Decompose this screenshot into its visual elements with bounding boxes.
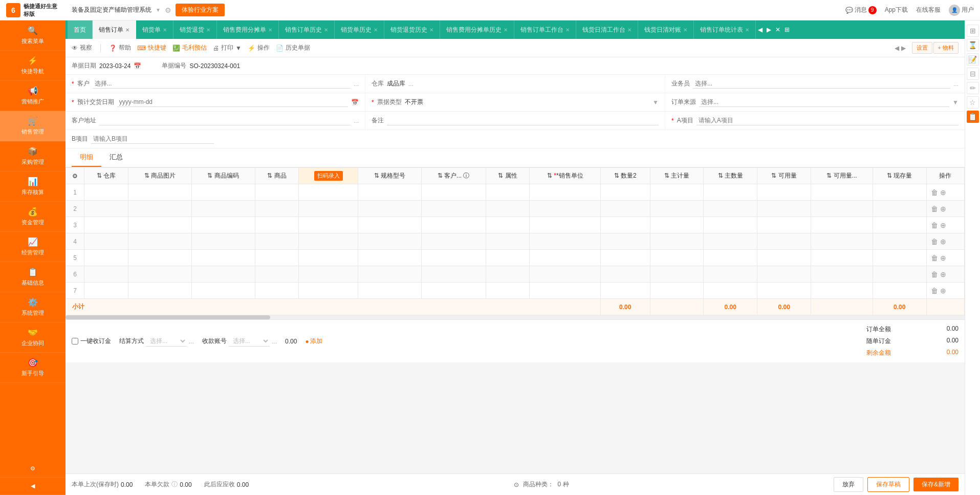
tab-close-icon[interactable]: ✕ (163, 27, 167, 33)
tab-detail[interactable]: 明细 (72, 148, 101, 167)
row-copy-button[interactable]: ⊕ (940, 254, 946, 262)
row-available2[interactable] (811, 184, 873, 201)
invoice-dropdown-icon[interactable]: ▼ (652, 99, 659, 106)
row-attr[interactable] (486, 184, 530, 201)
delivery-date-input[interactable] (117, 97, 348, 107)
col-attr[interactable]: ⇅ 属性 (486, 168, 530, 184)
user-avatar[interactable]: 👤 用户 (949, 5, 974, 16)
tab-close-icon[interactable]: ✕ (745, 27, 749, 33)
col-settings[interactable]: ⚙ (66, 168, 84, 184)
print-dropdown-icon[interactable]: ▼ (235, 45, 242, 52)
warehouse-dots[interactable]: ... (408, 80, 413, 88)
sidebar-item-operations[interactable]: 📈 经营管理 (0, 232, 66, 262)
right-icon-6[interactable]: ☆ (967, 96, 979, 109)
customer-input[interactable] (93, 79, 351, 89)
right-icon-5[interactable]: ✏ (967, 82, 979, 94)
system-dropdown-icon[interactable]: ▼ (156, 7, 161, 13)
history-button[interactable]: 📄 历史单据 (276, 44, 310, 52)
sidebar-item-guide[interactable]: 🎯 新手引导 (0, 353, 66, 383)
payment-method-select[interactable] (146, 336, 187, 347)
right-icon-4[interactable]: ⊟ (967, 68, 979, 80)
right-icon-1[interactable]: ⊞ (967, 25, 979, 37)
row-copy-button[interactable]: ⊕ (940, 238, 946, 246)
next-record-icon[interactable]: ▶ (901, 45, 906, 52)
online-service-button[interactable]: 在线客服 (916, 6, 941, 14)
customer-dots[interactable]: ... (354, 80, 359, 88)
row-delete-button[interactable]: 🗑 (931, 287, 938, 295)
tab-expense-split[interactable]: 销售费用分摊单 ✕ (217, 20, 279, 39)
view-button[interactable]: 👁 视察 (72, 44, 92, 52)
col-main-unit[interactable]: ⇅ 主计量 (650, 168, 704, 184)
row-available[interactable] (757, 184, 811, 201)
tab-sales-order[interactable]: 销售订单 ✕ (93, 20, 136, 39)
profit-button[interactable]: 💹 毛利预估 (172, 44, 207, 52)
tab-sales-order-history[interactable]: 销售订单历史 ✕ (279, 20, 335, 39)
row-main-unit[interactable] (650, 184, 704, 201)
col-product-code[interactable]: ⇅ 商品编码 (191, 168, 255, 184)
sidebar-item-inventory[interactable]: 📊 库存核算 (0, 171, 66, 202)
order-source-dropdown-icon[interactable]: ▼ (952, 99, 959, 106)
settings-icon[interactable]: ⚙ (165, 6, 171, 14)
help-button[interactable]: ❓ 帮助 (109, 44, 131, 52)
col-product-image[interactable]: ⇅ 商品图片 (128, 168, 191, 184)
sidebar-item-collab[interactable]: 🤝 企业协同 (0, 322, 66, 353)
row-copy-button[interactable]: ⊕ (940, 287, 946, 295)
right-icon-7[interactable]: 📋 (967, 111, 979, 123)
tab-close-icon[interactable]: ✕ (429, 27, 433, 33)
b-project-input[interactable] (91, 134, 214, 144)
discard-button[interactable]: 放弃 (834, 477, 863, 492)
horizontal-scrollbar[interactable] (66, 315, 965, 319)
tab-sales-invoice[interactable]: 销货单 ✕ (136, 20, 173, 39)
tab-close-icon[interactable]: ✕ (125, 27, 129, 33)
scan-btn[interactable]: 扫码录入 (314, 171, 343, 181)
tab-close-icon[interactable]: ✕ (206, 27, 210, 33)
shortcut-button[interactable]: ⌨ 快捷键 (137, 44, 166, 52)
row-warehouse[interactable] (84, 184, 128, 201)
settings-button[interactable]: 设置 (912, 42, 932, 54)
tab-maximize-button[interactable]: ⊞ (782, 26, 792, 33)
sidebar-item-marketing[interactable]: 📢 营销推广 (0, 81, 66, 111)
sidebar-item-basic-info[interactable]: 📋 基础信息 (0, 262, 66, 292)
row-copy-button[interactable]: ⊕ (940, 188, 946, 197)
col-customer[interactable]: ⇅ 客户... ⓘ (421, 168, 486, 184)
col-spec[interactable]: ⇅ 规格型号 (358, 168, 421, 184)
row-qty2[interactable] (601, 184, 650, 201)
row-delete-button[interactable]: 🗑 (931, 254, 938, 262)
tab-close-icon[interactable]: ✕ (565, 27, 570, 33)
tab-close-icon[interactable]: ✕ (268, 27, 272, 33)
col-qty2[interactable]: ⇅ 数量2 (601, 168, 650, 184)
tab-close-icon[interactable]: ✕ (374, 27, 378, 33)
col-main-qty[interactable]: ⇅ 主数量 (704, 168, 757, 184)
row-copy-button[interactable]: ⊕ (940, 221, 946, 229)
right-icon-3[interactable]: 📝 (967, 53, 979, 66)
save-draft-button[interactable]: 保存草稿 (867, 477, 909, 492)
row-product[interactable] (255, 184, 299, 201)
tab-sales-return[interactable]: 销货退货 ✕ (173, 20, 217, 39)
one-key-order-checkbox-label[interactable]: 一键收订金 (72, 337, 111, 346)
tab-home[interactable]: 首页 (68, 20, 93, 39)
add-material-button[interactable]: + 物料 (933, 42, 959, 54)
receipt-dots[interactable]: ... (272, 338, 277, 345)
salesperson-dots[interactable]: ... (953, 80, 959, 88)
tab-return-history[interactable]: 销货退货历史 ✕ (384, 20, 440, 39)
col-available[interactable]: ⇅ 可用量 (757, 168, 811, 184)
tab-expense-history[interactable]: 销售费用分摊单历史 ✕ (440, 20, 514, 39)
app-download-button[interactable]: App下载 (885, 6, 908, 14)
row-copy-button[interactable]: ⊕ (940, 205, 946, 213)
tab-next-button[interactable]: ▶ (765, 26, 773, 33)
sidebar-item-sales[interactable]: 🛒 销售管理 (0, 111, 66, 141)
add-button[interactable]: ● 添加 (305, 337, 322, 346)
sidebar-item-finance[interactable]: 💰 资金管理 (0, 202, 66, 232)
row-delete-button[interactable]: 🗑 (931, 270, 938, 278)
row-product-code[interactable] (191, 184, 255, 201)
row-delete-button[interactable]: 🗑 (931, 238, 938, 246)
row-delete-button[interactable]: 🗑 (931, 205, 938, 213)
row-product-image[interactable] (128, 184, 191, 201)
tab-reconcile[interactable]: 钱货日清对账 ✕ (638, 20, 694, 39)
col-available2[interactable]: ⇅ 可用量... (811, 168, 873, 184)
addr-input[interactable] (99, 116, 351, 125)
sidebar-item-purchase[interactable]: 📦 采购管理 (0, 141, 66, 171)
right-icon-2[interactable]: ⌛ (967, 39, 979, 51)
row-delete-button[interactable]: 🗑 (931, 188, 938, 197)
tab-daily-workbench[interactable]: 钱货日清工作台 ✕ (576, 20, 638, 39)
